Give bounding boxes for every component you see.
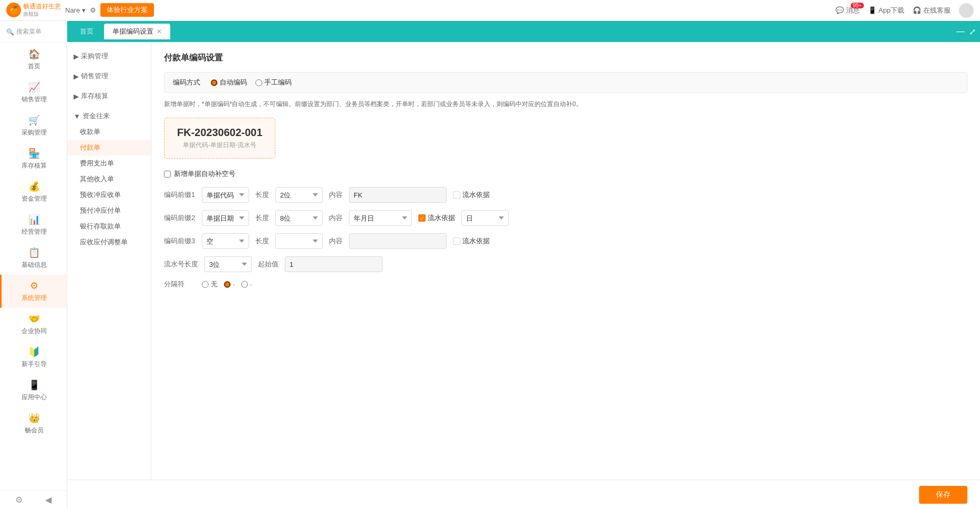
content3-input[interactable] (349, 233, 447, 249)
trial-button[interactable]: 体验行业方案 (100, 3, 154, 17)
prefix2-label: 编码前缀2 (164, 213, 195, 223)
subnav-group-finance-title[interactable]: ▼ 资金往来 (67, 108, 151, 124)
tab-encode-settings[interactable]: 单据编码设置 ✕ (104, 24, 170, 39)
encode-method-label: 编码方式 (173, 78, 200, 87)
logo-text-block: 畅通道好生意 旗舰版 (23, 3, 61, 17)
sidebar-item-inventory[interactable]: 🏪 库存核算 (0, 142, 67, 175)
subnav-group-finance: ▼ 资金往来 收款单 付款单 费用支出单 其他收入单 (67, 106, 151, 252)
prefix3-row: 编码前缀3 空 长度 内容 流水依据 (164, 233, 967, 249)
content2-select[interactable]: 年月日 (349, 210, 412, 226)
subnav-item-payment[interactable]: 付款单 (67, 140, 151, 155)
subnav-group-sales-title[interactable]: ▶ 销售管理 (67, 68, 151, 84)
footer-collapse-button[interactable]: ◀ (45, 495, 51, 505)
logo-title: 畅通道好生意 (23, 3, 61, 10)
subnav-item-prepay-receivable[interactable]: 预收冲应收单 (67, 187, 151, 203)
waterfall3-option[interactable]: 流水依据 (453, 236, 490, 246)
tab-actions: — ⤢ (956, 27, 976, 37)
length3-label: 长度 (255, 236, 269, 246)
subnav-group-inventory-title[interactable]: ▶ 库存核算 (67, 88, 151, 104)
sep-none-radio[interactable] (202, 281, 209, 288)
form-area: 付款单编码设置 编码方式 自动编码 手工编码 (151, 42, 980, 480)
sep-dot-label: · (233, 281, 235, 288)
subnav-item-adjustment[interactable]: 应收应付调整单 (67, 234, 151, 250)
length3-select[interactable] (275, 233, 323, 249)
subnav-item-other-income[interactable]: 其他收入单 (67, 171, 151, 187)
sales-icon: 📈 (28, 81, 40, 93)
sidebar-item-label: 经营管理 (22, 227, 47, 236)
footer-settings-button[interactable]: ⚙ (15, 495, 23, 505)
sep-none-option[interactable]: 无 (202, 279, 218, 289)
basic-icon: 📋 (28, 247, 40, 258)
sep-dot-option[interactable]: · (224, 281, 235, 288)
search-menu-button[interactable]: 🔍 搜索菜单 (4, 25, 63, 38)
settings-icon[interactable]: ⚙ (90, 6, 96, 14)
waterfall2-checkbox[interactable]: ✓ (418, 214, 426, 222)
sidebar-item-operations[interactable]: 📊 经营管理 (0, 209, 67, 242)
tab-maximize-button[interactable]: ⤢ (969, 27, 976, 37)
tab-close-icon[interactable]: ✕ (157, 28, 162, 35)
waterfall3-checkbox[interactable] (453, 237, 460, 245)
chevron-down-icon: ▾ (82, 6, 86, 14)
length2-select[interactable]: 8位 (275, 210, 323, 226)
prefix1-select[interactable]: 单据代码 (202, 187, 249, 203)
message-button[interactable]: 💬 消息 99+ (835, 6, 860, 15)
waterfall2-option[interactable]: ✓ 流水依据 (418, 213, 455, 223)
sidebar-item-finance[interactable]: 💰 资金管理 (0, 175, 67, 209)
sep-dash-option[interactable]: · (241, 281, 252, 288)
sidebar-item-member[interactable]: 👑 畅会员 (0, 407, 67, 440)
length1-select[interactable]: 2位 (275, 187, 323, 203)
sep-dash-radio[interactable] (241, 281, 248, 288)
waterfall2-label: 流水依据 (428, 213, 455, 223)
bottom-bar: 保存 (67, 480, 980, 509)
sidebar-item-purchase[interactable]: 🛒 采购管理 (0, 109, 67, 142)
sidebar-item-basic[interactable]: 📋 基础信息 (0, 242, 67, 275)
waterfall1-checkbox[interactable] (453, 191, 460, 199)
sidebar-item-system[interactable]: ⚙ 系统管理 (0, 275, 67, 308)
radio-group: 自动编码 手工编码 (211, 78, 292, 87)
serial-length-select[interactable]: 3位 (204, 256, 252, 272)
online-service-label: 在线客服 (923, 6, 951, 15)
waterfall2-unit-select[interactable]: 日 (461, 210, 509, 226)
subnav-group-sales: ▶ 销售管理 (67, 66, 151, 86)
tab-home[interactable]: 首页 (71, 24, 102, 39)
topbar: 🍊 畅通道好生意 旗舰版 Nare ▾ ⚙ 体验行业方案 💬 消息 99+ 📱 … (0, 0, 980, 21)
subnav-group-purchase-title[interactable]: ▶ 采购管理 (67, 48, 151, 64)
auto-encode-radio[interactable] (211, 79, 218, 86)
app-download-button[interactable]: 📱 App下载 (868, 6, 904, 15)
length1-label: 长度 (255, 190, 269, 200)
sep-dot-radio[interactable] (224, 281, 231, 288)
waterfall1-label: 流水依据 (462, 190, 490, 200)
sidebar-item-guide[interactable]: 🔰 新手引导 (0, 341, 67, 374)
start-value-input[interactable] (285, 256, 383, 272)
sidebar-item-sales[interactable]: 📈 销售管理 (0, 76, 67, 109)
subnav-item-prepay-payable[interactable]: 预付冲应付单 (67, 203, 151, 219)
manual-encode-option[interactable]: 手工编码 (255, 78, 292, 87)
sidebar-item-enterprise[interactable]: 🤝 企业协同 (0, 308, 67, 341)
prefix3-select[interactable]: 空 (202, 233, 249, 249)
auto-encode-option[interactable]: 自动编码 (211, 78, 247, 87)
subnav-item-expense[interactable]: 费用支出单 (67, 155, 151, 171)
subnav: ▶ 采购管理 ▶ 销售管理 ▶ 库存核算 (67, 42, 151, 480)
sidebar-item-home[interactable]: 🏠 首页 (0, 43, 67, 76)
nav-dropdown[interactable]: Nare ▾ (65, 6, 86, 14)
online-service-button[interactable]: 🎧 在线客服 (913, 6, 951, 15)
system-icon: ⚙ (30, 280, 38, 292)
manual-encode-radio[interactable] (255, 79, 262, 86)
message-badge: 99+ (851, 3, 864, 8)
tab-minimize-button[interactable]: — (956, 27, 965, 37)
sidebar-item-apps[interactable]: 📱 应用中心 (0, 374, 67, 407)
prefix2-select[interactable]: 单据日期 (202, 210, 249, 226)
app-icon: 📱 (868, 6, 876, 14)
topbar-nav: Nare ▾ ⚙ 体验行业方案 (65, 3, 154, 17)
enterprise-icon: 🤝 (28, 313, 40, 325)
auto-fill-checkbox[interactable] (164, 171, 171, 178)
avatar[interactable] (959, 3, 974, 18)
waterfall1-option[interactable]: 流水依据 (453, 190, 490, 200)
sidebar-item-label: 企业协同 (22, 327, 47, 336)
main-layout: 🔍 搜索菜单 🏠 首页 📈 销售管理 🛒 采购管理 🏪 库存核算 💰 资金管理 … (0, 21, 980, 509)
subnav-item-receipt[interactable]: 收款单 (67, 124, 151, 140)
code-preview-sub: 单据代码-单据日期-流水号 (177, 141, 262, 150)
subnav-item-bank[interactable]: 银行存取款单 (67, 219, 151, 234)
save-button[interactable]: 保存 (919, 486, 967, 504)
prefix2-row: 编码前缀2 单据日期 长度 8位 内容 年月日 ✓ 流水依据 (164, 210, 967, 226)
